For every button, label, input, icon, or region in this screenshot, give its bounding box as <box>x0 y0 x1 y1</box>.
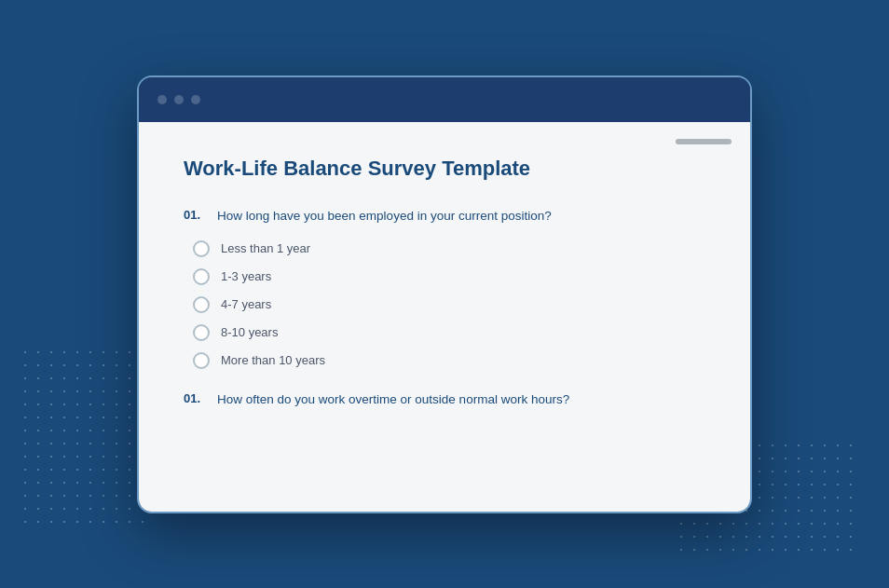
question-block-2: 01. How often do you work overtime or ou… <box>184 391 705 409</box>
survey-title: Work-Life Balance Survey Template <box>184 156 705 183</box>
question-2-text: How often do you work overtime or outsid… <box>217 391 569 409</box>
question-1-header: 01. How long have you been employed in y… <box>184 208 705 226</box>
device-frame: Work-Life Balance Survey Template 01. Ho… <box>137 75 752 513</box>
option-label-2: 1-3 years <box>221 269 271 283</box>
list-item[interactable]: More than 10 years <box>193 352 705 369</box>
radio-option-2[interactable] <box>193 268 210 285</box>
browser-content[interactable]: Work-Life Balance Survey Template 01. Ho… <box>139 122 750 512</box>
radio-option-3[interactable] <box>193 296 210 313</box>
question-block-1: 01. How long have you been employed in y… <box>184 208 705 369</box>
radio-option-5[interactable] <box>193 352 210 369</box>
question-1-text: How long have you been employed in your … <box>217 208 552 226</box>
list-item[interactable]: 1-3 years <box>193 268 705 285</box>
browser-bar <box>139 77 750 122</box>
option-label-3: 4-7 years <box>221 297 271 311</box>
list-item[interactable]: 4-7 years <box>193 296 705 313</box>
question-2-number: 01. <box>184 391 210 405</box>
question-1-options: Less than 1 year 1-3 years 4-7 years 8-1… <box>184 240 705 369</box>
option-label-4: 8-10 years <box>221 325 278 339</box>
browser-dot-2 <box>174 95 184 104</box>
scroll-indicator <box>676 139 732 144</box>
option-label-5: More than 10 years <box>221 353 325 367</box>
browser-dot-1 <box>157 95 167 104</box>
radio-option-4[interactable] <box>193 324 210 341</box>
list-item[interactable]: 8-10 years <box>193 324 705 341</box>
question-2-header: 01. How often do you work overtime or ou… <box>184 391 705 409</box>
question-1-number: 01. <box>184 208 210 222</box>
survey-container: Work-Life Balance Survey Template 01. Ho… <box>139 122 750 465</box>
list-item[interactable]: Less than 1 year <box>193 240 705 257</box>
radio-option-1[interactable] <box>193 240 210 257</box>
option-label-1: Less than 1 year <box>221 241 310 255</box>
browser-dot-3 <box>191 95 200 104</box>
